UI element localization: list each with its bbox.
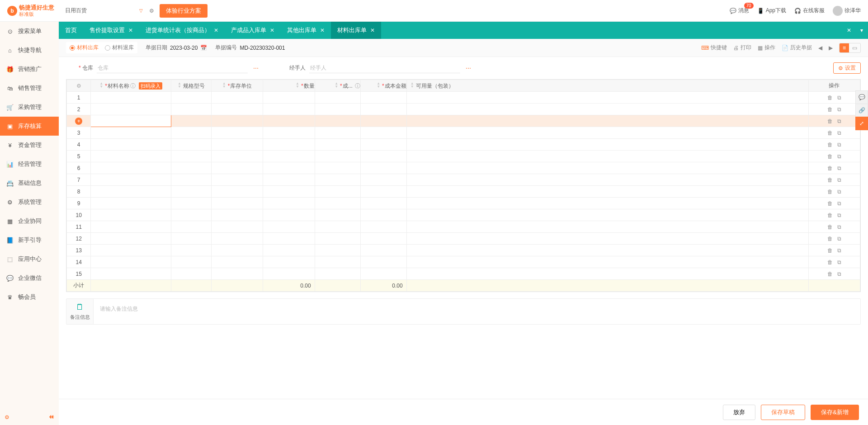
next-doc-icon[interactable]: ▶ — [829, 45, 833, 51]
close-icon[interactable]: ✕ — [320, 27, 325, 33]
doc-date[interactable]: 2023-03-20 — [170, 45, 198, 51]
nav-item-企业协同[interactable]: ▦企业协同 — [0, 212, 59, 231]
radio-material-return[interactable]: 材料退库 — [105, 44, 134, 52]
nav-item-企业微信[interactable]: 💬企业微信 — [0, 269, 59, 288]
table-row[interactable]: 12🗑⧉ — [67, 233, 860, 245]
copy-row-icon[interactable]: ⧉ — [837, 142, 841, 148]
nav-item-资金管理[interactable]: ¥资金管理 — [0, 136, 59, 155]
float-comment-icon[interactable]: 💬 — [855, 90, 868, 104]
copy-row-icon[interactable]: ⧉ — [837, 106, 841, 113]
gear-icon[interactable]: ⚙ — [76, 83, 81, 89]
copy-row-icon[interactable]: ⧉ — [837, 165, 841, 171]
nav-item-营销推广[interactable]: 🎁营销推广 — [0, 60, 59, 79]
settings-button[interactable]: ⚙ 设置 — [833, 62, 861, 74]
copy-row-icon[interactable]: ⧉ — [837, 224, 841, 230]
delete-row-icon[interactable]: 🗑 — [827, 118, 833, 124]
close-icon[interactable]: ✕ — [270, 27, 274, 33]
copy-row-icon[interactable]: ⧉ — [837, 247, 841, 254]
delete-row-icon[interactable]: 🗑 — [827, 259, 833, 265]
table-row[interactable]: 11🗑⧉ — [67, 221, 860, 233]
delete-row-icon[interactable]: 🗑 — [827, 236, 833, 242]
tab-其他出库单[interactable]: 其他出库单✕ — [281, 22, 331, 39]
delete-row-icon[interactable]: 🗑 — [827, 189, 833, 195]
save-draft-button[interactable]: 保存草稿 — [761, 405, 805, 420]
help-icon[interactable]: ⓘ — [355, 83, 360, 89]
tab-more[interactable]: ▾ — [855, 22, 868, 39]
copy-row-icon[interactable]: ⧉ — [837, 94, 841, 101]
user-menu[interactable]: 徐泽华 — [833, 6, 861, 16]
nav-item-基础信息[interactable]: 📇基础信息 — [0, 174, 59, 193]
delete-row-icon[interactable]: 🗑 — [827, 212, 833, 218]
table-row[interactable]: 14🗑⧉ — [67, 256, 860, 268]
close-icon[interactable]: ✕ — [128, 27, 133, 33]
help-icon[interactable]: ⓘ — [130, 83, 136, 89]
table-row[interactable]: 15🗑⧉ — [67, 268, 860, 280]
delete-row-icon[interactable]: 🗑 — [827, 130, 833, 136]
remarks-input[interactable] — [94, 299, 860, 324]
nav-item-经营管理[interactable]: 📊经营管理 — [0, 155, 59, 174]
float-expand-icon[interactable]: ⤢ — [855, 117, 868, 130]
operate-link[interactable]: ▦操作 — [758, 44, 775, 52]
delete-row-icon[interactable]: 🗑 — [827, 200, 833, 207]
nav-collapse-icon[interactable]: ⯬ — [49, 414, 54, 420]
delete-row-icon[interactable]: 🗑 — [827, 165, 833, 171]
nav-settings-icon[interactable]: ⚙ — [5, 414, 9, 420]
close-icon[interactable]: ✕ — [370, 27, 375, 33]
history-link[interactable]: 📄历史单据 — [782, 44, 812, 52]
delete-row-icon[interactable]: 🗑 — [827, 153, 833, 160]
view-card-icon[interactable]: ▭ — [849, 43, 860, 52]
table-row[interactable]: 13🗑⧉ — [67, 245, 860, 256]
nav-item-采购管理[interactable]: 🛒采购管理 — [0, 98, 59, 117]
table-row[interactable]: 1🗑⧉ — [67, 92, 860, 104]
nav-item-快捷导航[interactable]: ⌂快捷导航 — [0, 41, 59, 60]
table-row[interactable]: 3🗑⧉ — [67, 127, 860, 139]
nav-item-系统管理[interactable]: ⚙系统管理 — [0, 193, 59, 212]
tab-材料出库单[interactable]: 材料出库单✕ — [331, 22, 381, 39]
tab-售价提取设置[interactable]: 售价提取设置✕ — [83, 22, 139, 39]
table-row[interactable]: 9🗑⧉ — [67, 198, 860, 209]
support-link[interactable]: 🎧 在线客服 — [794, 7, 825, 14]
copy-row-icon[interactable]: ⧉ — [837, 271, 841, 277]
copy-row-icon[interactable]: ⧉ — [837, 259, 841, 265]
scan-badge[interactable]: 扫码录入 — [139, 82, 162, 90]
table-row[interactable]: 5🗑⧉ — [67, 151, 860, 162]
tab-进货单统计表（按商品）[interactable]: 进货单统计表（按商品）✕ — [139, 22, 225, 39]
copy-row-icon[interactable]: ⧉ — [837, 130, 841, 136]
copy-row-icon[interactable]: ⧉ — [837, 189, 841, 195]
table-row[interactable]: 2🗑⧉ — [67, 104, 860, 115]
delete-row-icon[interactable]: 🗑 — [827, 247, 833, 254]
copy-row-icon[interactable]: ⧉ — [837, 200, 841, 207]
gear-icon[interactable]: ⚙ — [149, 8, 154, 14]
view-list-icon[interactable]: ≡ — [840, 43, 849, 52]
category-select[interactable]: 日用百货 ▽ — [59, 7, 149, 14]
nav-item-新手引导[interactable]: 📘新手引导 — [0, 231, 59, 250]
handler-more-icon[interactable]: ⋯ — [464, 65, 473, 71]
tab-首页[interactable]: 首页 — [59, 22, 83, 39]
delete-row-icon[interactable]: 🗑 — [827, 106, 833, 113]
table-row[interactable]: 7🗑⧉ — [67, 174, 860, 186]
copy-row-icon[interactable]: ⧉ — [837, 153, 841, 160]
nav-item-销售管理[interactable]: 🛍销售管理 — [0, 79, 59, 98]
print-link[interactable]: 🖨打印 — [733, 44, 751, 52]
calendar-icon[interactable]: 📅 — [200, 45, 207, 51]
messages-button[interactable]: 💬 消息 70 — [730, 7, 749, 14]
delete-row-icon[interactable]: 🗑 — [827, 94, 833, 101]
warehouse-more-icon[interactable]: ⋯ — [251, 65, 260, 71]
delete-row-icon[interactable]: 🗑 — [827, 224, 833, 230]
nav-item-搜索菜单[interactable]: ⊙搜索菜单 — [0, 22, 59, 41]
close-icon[interactable]: ✕ — [214, 27, 218, 33]
shortcut-link[interactable]: ⌨快捷键 — [701, 44, 727, 52]
table-row[interactable]: 4🗑⧉ — [67, 139, 860, 151]
cta-button[interactable]: 体验行业方案 — [160, 4, 208, 18]
copy-row-icon[interactable]: ⧉ — [837, 236, 841, 242]
delete-row-icon[interactable]: 🗑 — [827, 142, 833, 148]
table-row[interactable]: 6🗑⧉ — [67, 162, 860, 174]
delete-row-icon[interactable]: 🗑 — [827, 271, 833, 277]
remarks-tab[interactable]: 🗒 备注信息 — [66, 299, 94, 324]
delete-row-icon[interactable]: 🗑 — [827, 177, 833, 183]
discard-button[interactable]: 放弃 — [723, 405, 755, 420]
copy-row-icon[interactable]: ⧉ — [837, 118, 841, 124]
nav-item-应用中心[interactable]: ⬚应用中心 — [0, 250, 59, 269]
radio-material-out[interactable]: 材料出库 — [70, 44, 99, 52]
handler-input[interactable] — [309, 63, 460, 73]
